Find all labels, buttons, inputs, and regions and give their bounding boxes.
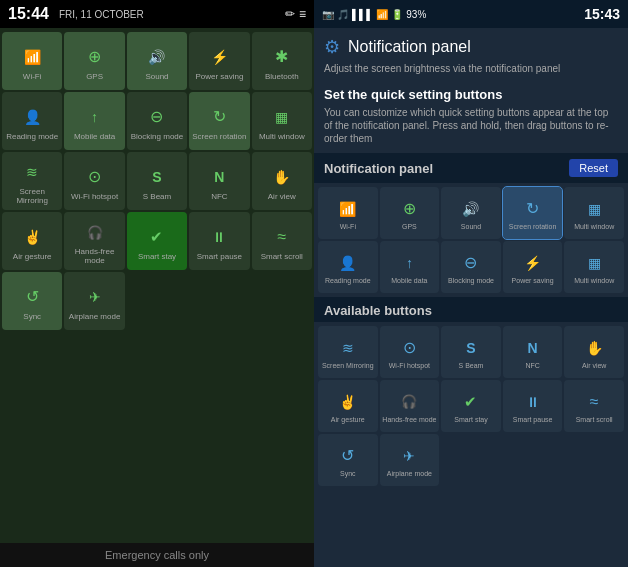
- right-item-power[interactable]: Power saving: [503, 241, 563, 293]
- smartpause-icon: [205, 223, 233, 251]
- quick-label-sync: Sync: [23, 313, 41, 322]
- quick-item-gesture[interactable]: Air gesture: [2, 212, 62, 270]
- right-item-blocking[interactable]: Blocking mode: [441, 241, 501, 293]
- right-item-rotation[interactable]: Screen rotation: [503, 187, 563, 239]
- panel-header-label: Notification panel: [324, 161, 433, 176]
- sync-icon: [18, 283, 46, 311]
- avail-mirror[interactable]: Screen Mirroring: [318, 326, 378, 378]
- section1-title: Set the quick setting buttons: [314, 81, 628, 106]
- avail-gesture[interactable]: Air gesture: [318, 380, 378, 432]
- nfc-icon: [205, 163, 233, 191]
- right-label-blocking: Blocking mode: [448, 277, 494, 285]
- active-buttons-grid: Wi-Fi GPS Sound Screen rotation Multi wi…: [314, 185, 628, 295]
- quick-item-mirror[interactable]: Screen Mirroring: [2, 152, 62, 210]
- quick-item-smartstay[interactable]: Smart stay: [127, 212, 187, 270]
- quick-label-hotspot: Wi-Fi hotspot: [71, 193, 118, 202]
- gps-icon: [81, 43, 109, 71]
- left-status-bar: 15:44 FRI, 11 OCTOBER ✏ ≡: [0, 0, 314, 28]
- left-status-icons: ✏ ≡: [285, 7, 306, 21]
- avail-sync[interactable]: Sync: [318, 434, 378, 486]
- right-label-wifi: Wi-Fi: [340, 223, 356, 231]
- reset-button[interactable]: Reset: [569, 159, 618, 177]
- avail-label-airplane: Airplane mode: [387, 470, 432, 478]
- sound-icon: [143, 43, 171, 71]
- avail-airview[interactable]: Air view: [564, 326, 624, 378]
- quick-item-wifi[interactable]: Wi-Fi: [2, 32, 62, 90]
- quick-label-bluetooth: Bluetooth: [265, 73, 299, 82]
- right-gps-icon: [397, 197, 421, 221]
- avail-nfc-icon: [521, 336, 545, 360]
- quick-item-bluetooth[interactable]: Bluetooth: [252, 32, 312, 90]
- blocking-icon: [143, 103, 171, 131]
- multi-icon: [268, 103, 296, 131]
- quick-item-hotspot[interactable]: Wi-Fi hotspot: [64, 152, 124, 210]
- quick-label-smartstay: Smart stay: [138, 253, 176, 262]
- quick-item-blocking[interactable]: Blocking mode: [127, 92, 187, 150]
- avail-sbeam[interactable]: S Beam: [441, 326, 501, 378]
- right-item-mobile[interactable]: Mobile data: [380, 241, 440, 293]
- quick-label-airplane: Airplane mode: [69, 313, 121, 322]
- avail-nfc[interactable]: NFC: [503, 326, 563, 378]
- avail-hotspot[interactable]: Wi-Fi hotspot: [380, 326, 440, 378]
- quick-label-smartscroll: Smart scroll: [261, 253, 303, 262]
- avail-airplane[interactable]: Airplane mode: [380, 434, 440, 486]
- right-label-multi2: Multi window: [574, 277, 614, 285]
- right-panel: 📷 🎵 ▌▌▌ 📶 🔋 93% 15:43 ⚙ Notification pan…: [314, 0, 628, 567]
- avail-smartpause[interactable]: Smart pause: [503, 380, 563, 432]
- quick-item-sbeam[interactable]: S Beam: [127, 152, 187, 210]
- right-item-reading[interactable]: Reading mode: [318, 241, 378, 293]
- quick-label-nfc: NFC: [211, 193, 227, 202]
- quick-item-gps[interactable]: GPS: [64, 32, 124, 90]
- avail-label-sbeam: S Beam: [459, 362, 484, 370]
- avail-label-smartpause: Smart pause: [513, 416, 553, 424]
- right-item-multi2[interactable]: Multi window: [564, 241, 624, 293]
- quick-item-rotation[interactable]: Screen rotation: [189, 92, 249, 150]
- quick-item-nfc[interactable]: NFC: [189, 152, 249, 210]
- avail-handsfree-icon: [397, 390, 421, 414]
- avail-smartscroll[interactable]: Smart scroll: [564, 380, 624, 432]
- quick-item-multi[interactable]: Multi window: [252, 92, 312, 150]
- quick-label-sound: Sound: [145, 73, 168, 82]
- sbeam-icon: [143, 163, 171, 191]
- emergency-calls-label: Emergency calls only: [0, 543, 314, 567]
- right-item-wifi[interactable]: Wi-Fi: [318, 187, 378, 239]
- right-rotation-icon: [521, 197, 545, 221]
- right-label-gps: GPS: [402, 223, 417, 231]
- avail-label-hotspot: Wi-Fi hotspot: [389, 362, 430, 370]
- right-mobile-icon: [397, 251, 421, 275]
- quick-item-sound[interactable]: Sound: [127, 32, 187, 90]
- right-sound-icon: [459, 197, 483, 221]
- quick-item-mobile[interactable]: Mobile data: [64, 92, 124, 150]
- right-blocking-icon: [459, 251, 483, 275]
- quick-label-wifi: Wi-Fi: [23, 73, 42, 82]
- avail-handsfree[interactable]: Hands-free mode: [380, 380, 440, 432]
- avail-label-mirror: Screen Mirroring: [322, 362, 374, 370]
- hotspot-icon: [81, 163, 109, 191]
- avail-smartpause-icon: [521, 390, 545, 414]
- right-item-multi[interactable]: Multi window: [564, 187, 624, 239]
- menu-icon: ≡: [299, 7, 306, 21]
- left-date: FRI, 11 OCTOBER: [59, 9, 144, 20]
- quick-label-multi: Multi window: [259, 133, 305, 142]
- quick-item-airplane[interactable]: Airplane mode: [64, 272, 124, 330]
- quick-item-smartscroll[interactable]: Smart scroll: [252, 212, 312, 270]
- quick-item-sync[interactable]: Sync: [2, 272, 62, 330]
- battery-percent: 93%: [406, 9, 426, 20]
- quick-item-reading[interactable]: Reading mode: [2, 92, 62, 150]
- smartscroll-icon: [268, 223, 296, 251]
- section1-desc: You can customize which quick setting bu…: [314, 106, 628, 151]
- avail-smartstay[interactable]: Smart stay: [441, 380, 501, 432]
- notification-header: ⚙ Notification panel: [314, 28, 628, 62]
- quick-label-reading: Reading mode: [6, 133, 58, 142]
- quick-item-power[interactable]: Power saving: [189, 32, 249, 90]
- notification-panel-title: Notification panel: [348, 38, 471, 56]
- quick-item-handsfree[interactable]: Hands-free mode: [64, 212, 124, 270]
- right-item-gps[interactable]: GPS: [380, 187, 440, 239]
- avail-sync-icon: [336, 444, 360, 468]
- available-section-title: Available buttons: [314, 297, 628, 322]
- quick-item-airview[interactable]: Air view: [252, 152, 312, 210]
- right-item-sound[interactable]: Sound: [441, 187, 501, 239]
- quick-item-smartpause[interactable]: Smart pause: [189, 212, 249, 270]
- rotation-icon: [205, 103, 233, 131]
- avail-sbeam-icon: [459, 336, 483, 360]
